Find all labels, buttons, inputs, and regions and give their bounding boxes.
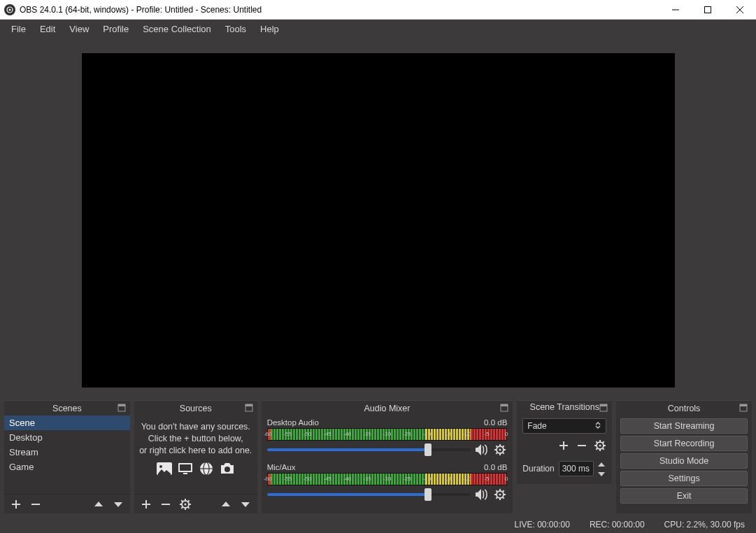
exit-button[interactable]: Exit [620,488,748,504]
menu-edit[interactable]: Edit [33,21,62,37]
svg-rect-15 [183,473,187,474]
svg-point-22 [184,503,186,505]
svg-rect-24 [501,404,508,406]
speaker-icon[interactable] [475,443,489,457]
move-source-down-button[interactable] [239,498,252,511]
add-scene-button[interactable] [10,498,22,511]
browser-source-icon [198,461,215,476]
move-source-up-button[interactable] [220,498,232,511]
dock-icon[interactable] [117,404,126,412]
controls-title: Controls [668,404,701,413]
sources-empty-line: or right click here to add one. [138,445,253,457]
svg-rect-7 [118,404,125,406]
svg-point-33 [599,445,601,447]
dock-icon[interactable] [739,404,748,412]
remove-source-button[interactable] [159,498,172,511]
svg-point-28 [499,494,501,496]
sources-empty-line: You don't have any sources. [138,421,253,433]
maximize-button[interactable] [692,0,724,19]
menu-file[interactable]: File [4,21,33,37]
start-recording-button[interactable]: Start Recording [620,436,748,451]
transitions-title: Scene Transitions [530,402,599,412]
duration-up-button[interactable] [598,459,606,469]
scene-item[interactable]: Desktop [4,430,130,445]
transitions-panel: Scene Transitions Fade Duration 300 ms [517,400,612,484]
volume-slider[interactable] [267,493,471,496]
svg-point-26 [499,449,501,451]
svg-point-1 [9,8,11,10]
controls-panel: Controls Start StreamingStart RecordingS… [616,400,752,513]
scenes-list[interactable]: SceneDesktopStreamGame [4,415,130,494]
svg-rect-31 [578,445,586,446]
svg-rect-20 [162,504,170,505]
source-properties-button[interactable] [179,498,192,511]
window-title: OBS 24.0.1 (64-bit, windows) - Profile: … [20,5,659,15]
close-button[interactable] [724,0,756,19]
channel-name: Mic/Aux [267,463,296,471]
duration-spinbox[interactable]: 300 ms [559,461,594,476]
channel-name: Desktop Audio [267,418,319,427]
studio-mode-button[interactable]: Studio Mode [620,453,748,469]
add-source-button[interactable] [140,498,152,511]
display-source-icon [177,461,194,476]
scene-item[interactable]: Game [4,460,130,474]
audio-meter: -60-55-50-45-40-35-30-25-20-15-10-50 [267,428,508,441]
menu-tools[interactable]: Tools [218,21,253,37]
preview-canvas[interactable] [82,53,675,388]
obs-logo-icon [4,4,15,15]
audio-mixer-panel: Audio Mixer Desktop Audio0.0 dB-60-55-50… [262,400,513,513]
menu-profile[interactable]: Profile [96,21,136,37]
status-bar: LIVE: 00:00:00 REC: 00:00:00 CPU: 2.2%, … [0,516,756,533]
audio-meter: -60-55-50-45-40-35-30-25-20-15-10-50 [267,473,508,485]
speaker-icon[interactable] [475,488,489,502]
sources-panel: Sources You don't have any sources. Clic… [134,400,257,513]
settings-button[interactable]: Settings [620,471,748,486]
menu-view[interactable]: View [62,21,96,37]
svg-rect-3 [705,6,711,13]
transition-settings-button[interactable] [594,439,606,452]
transition-select[interactable]: Fade [522,418,606,434]
menu-help[interactable]: Help [253,21,286,37]
mixer-channel: Desktop Audio0.0 dB-60-55-50-45-40-35-30… [267,418,508,457]
scenes-toolbar [4,494,130,513]
dock-icon[interactable] [599,404,608,412]
minimize-button[interactable] [659,0,692,19]
start-streaming-button[interactable]: Start Streaming [620,418,748,434]
window-titlebar: OBS 24.0.1 (64-bit, windows) - Profile: … [0,0,756,20]
channel-db: 0.0 dB [484,418,507,427]
chevron-updown-icon [594,421,601,431]
scene-item[interactable]: Stream [4,445,130,460]
move-scene-up-button[interactable] [92,498,105,511]
svg-rect-14 [180,464,191,471]
svg-rect-10 [245,404,252,406]
duration-label: Duration [522,464,554,474]
gear-icon[interactable] [493,488,507,502]
image-source-icon [156,461,173,476]
preview-area [0,38,756,400]
add-transition-button[interactable] [557,439,570,452]
svg-rect-8 [31,504,40,505]
dock-icon[interactable] [500,404,508,412]
transition-current: Fade [527,421,546,431]
duration-down-button[interactable] [598,469,606,478]
mixer-channel: Mic/Aux0.0 dB-60-55-50-45-40-35-30-25-20… [267,463,508,502]
duration-value: 300 ms [562,464,591,474]
move-scene-down-button[interactable] [112,498,124,511]
svg-rect-35 [740,404,747,406]
volume-slider[interactable] [267,448,471,451]
dock-icon[interactable] [245,404,253,412]
gear-icon[interactable] [493,443,507,457]
scene-item[interactable]: Scene [4,415,130,430]
sources-list[interactable]: You don't have any sources. Click the + … [134,415,257,494]
menu-bar: FileEditViewProfileScene CollectionTools… [0,20,756,38]
mixer-title: Audio Mixer [364,404,410,413]
menu-scene-collection[interactable]: Scene Collection [136,21,218,37]
remove-transition-button[interactable] [576,439,588,452]
svg-rect-30 [600,404,607,406]
status-live: LIVE: 00:00:00 [514,520,569,530]
scenes-title: Scenes [52,404,82,413]
remove-scene-button[interactable] [29,498,42,511]
channel-db: 0.0 dB [484,463,507,471]
scenes-panel: Scenes SceneDesktopStreamGame [4,400,130,513]
sources-toolbar [134,494,257,513]
